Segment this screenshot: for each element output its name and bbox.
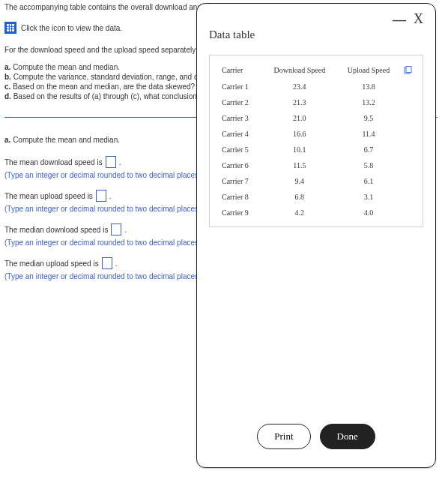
table-row: Carrier 79.46.1 bbox=[217, 173, 415, 189]
median-download-input[interactable] bbox=[111, 224, 121, 236]
table-row: Carrier 321.09.5 bbox=[217, 110, 415, 126]
section-a-text: Compute the mean and median. bbox=[13, 136, 120, 144]
cell-carrier: Carrier 3 bbox=[217, 110, 262, 126]
modal-title: Data table bbox=[209, 28, 423, 41]
table-row: Carrier 221.313.2 bbox=[217, 94, 415, 110]
cell-download: 9.4 bbox=[262, 173, 337, 189]
copy-icon[interactable] bbox=[403, 66, 412, 75]
mean-upload-label: The mean upload speed is bbox=[4, 192, 93, 200]
cell-carrier: Carrier 5 bbox=[217, 142, 262, 158]
cell-download: 21.3 bbox=[262, 94, 337, 110]
cell-download: 16.6 bbox=[262, 126, 337, 142]
cell-upload: 13.2 bbox=[337, 94, 400, 110]
mean-download-input[interactable] bbox=[106, 156, 116, 168]
cell-carrier: Carrier 9 bbox=[217, 205, 262, 220]
cell-carrier: Carrier 4 bbox=[217, 126, 262, 142]
cell-upload: 6.1 bbox=[337, 173, 400, 189]
cell-carrier: Carrier 8 bbox=[217, 189, 262, 205]
cell-download: 21.0 bbox=[262, 110, 337, 126]
cell-upload: 6.7 bbox=[337, 142, 400, 158]
cell-download: 11.5 bbox=[262, 158, 337, 173]
data-table: Carrier Download Speed Upload Speed Carr… bbox=[209, 55, 423, 227]
cell-download: 10.1 bbox=[262, 142, 337, 158]
period: . bbox=[124, 226, 127, 234]
period: . bbox=[115, 260, 118, 268]
table-row: Carrier 94.24.0 bbox=[217, 205, 415, 220]
col-carrier: Carrier bbox=[217, 62, 262, 79]
section-a-label: a. bbox=[4, 136, 10, 144]
data-table-modal: — X Data table Carrier Download Speed Up… bbox=[196, 3, 436, 468]
cell-upload: 3.1 bbox=[337, 189, 400, 205]
print-button[interactable]: Print bbox=[257, 424, 310, 449]
table-row: Carrier 123.413.8 bbox=[217, 79, 415, 94]
median-upload-input[interactable] bbox=[102, 257, 112, 269]
period: . bbox=[119, 158, 121, 166]
cell-download: 6.8 bbox=[262, 189, 337, 205]
cell-upload: 5.8 bbox=[337, 158, 400, 173]
table-row: Carrier 510.16.7 bbox=[217, 142, 415, 158]
mean-download-label: The mean download speed is bbox=[4, 158, 103, 166]
period: . bbox=[109, 192, 112, 200]
col-upload: Upload Speed bbox=[337, 62, 400, 79]
close-icon[interactable]: X bbox=[414, 11, 423, 27]
cell-carrier: Carrier 2 bbox=[217, 94, 262, 110]
median-upload-label: The median upload speed is bbox=[4, 260, 99, 268]
svg-rect-6 bbox=[406, 66, 411, 72]
cell-upload: 9.5 bbox=[337, 110, 400, 126]
mean-upload-input[interactable] bbox=[96, 190, 106, 202]
svg-rect-0 bbox=[7, 24, 14, 32]
median-download-label: The median download speed is bbox=[4, 226, 108, 234]
cell-download: 23.4 bbox=[262, 79, 337, 94]
col-download: Download Speed bbox=[262, 62, 337, 79]
cell-carrier: Carrier 1 bbox=[217, 79, 262, 94]
done-button[interactable]: Done bbox=[320, 424, 375, 449]
table-icon[interactable] bbox=[4, 22, 16, 34]
part-a: Compute the mean and median. bbox=[13, 63, 120, 71]
cell-upload: 11.4 bbox=[337, 126, 400, 142]
click-icon-text: Click the icon to view the data. bbox=[21, 24, 122, 32]
table-row: Carrier 611.55.8 bbox=[217, 158, 415, 173]
minimize-icon[interactable]: — bbox=[393, 17, 406, 22]
table-row: Carrier 416.611.4 bbox=[217, 126, 415, 142]
cell-carrier: Carrier 6 bbox=[217, 158, 262, 173]
table-row: Carrier 86.83.1 bbox=[217, 189, 415, 205]
cell-download: 4.2 bbox=[262, 205, 337, 220]
cell-upload: 13.8 bbox=[337, 79, 400, 94]
cell-upload: 4.0 bbox=[337, 205, 400, 220]
cell-carrier: Carrier 7 bbox=[217, 173, 262, 189]
